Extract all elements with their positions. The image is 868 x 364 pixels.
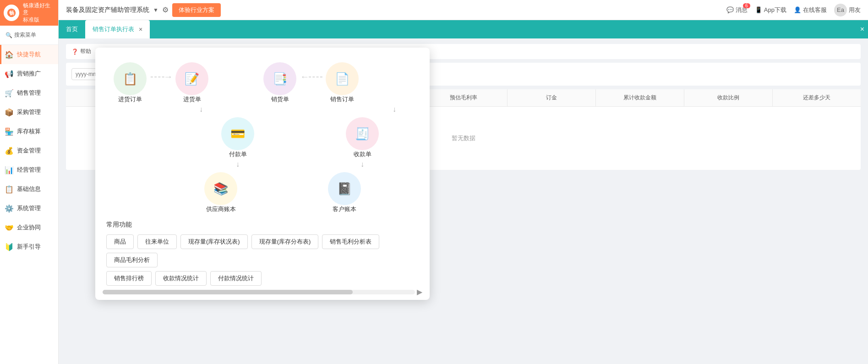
function-buttons-row1: 商品 往来单位 现存量(库存状况表) 现存量(库存分布表) 销售毛利分析表 商品… [106, 234, 419, 267]
online-service-button[interactable]: 👤 在线客服 [794, 6, 827, 14]
sales-order-node: 📄 销售订单 [326, 62, 359, 103]
marketing-icon: 📢 [5, 70, 13, 78]
sidebar-item-basic-info[interactable]: 📋 基础信息 [0, 179, 58, 199]
func-btn-stock-distribution[interactable]: 现存量(库存分布表) [251, 234, 319, 249]
sidebar-item-system[interactable]: ⚙️ 系统管理 [0, 199, 58, 218]
sidebar-nav: 🏠 快捷导航 📢 营销推广 🛒 销售管理 📦 采购管理 🏪 库存核算 💰 [0, 45, 58, 364]
system-icon: ⚙️ [5, 204, 13, 212]
enterprise-icon: 🤝 [5, 223, 13, 232]
content-area: ❓ 帮助 🖨️ 按模板打印 ▼ 📤 导出 🔄 刷新 [59, 38, 868, 364]
scrollbar-next-button[interactable]: ▶ [417, 288, 422, 296]
topbar: 装备及固定资产辅助管理系统 ▼ ⚙ 体验行业方案 💬 消息 6 📱 App下载 … [59, 0, 868, 20]
sidebar-search-section: 🔍 搜索菜单 [0, 26, 58, 45]
func-btn-payment-stats[interactable]: 付款情况统计 [210, 271, 262, 286]
svg-text:畅: 畅 [9, 10, 14, 16]
func-btn-receipt-stats[interactable]: 收款情况统计 [155, 271, 207, 286]
sidebar-item-purchase[interactable]: 📦 采购管理 [0, 103, 58, 122]
trial-button[interactable]: 体验行业方案 [172, 3, 221, 17]
purchase-bill-label: 进货单 [183, 95, 201, 103]
user-menu[interactable]: Ea 用友 [834, 4, 861, 16]
func-btn-sales-ranking[interactable]: 销售排行榜 [106, 271, 152, 286]
modal-scroll-area: 📋 进货订单 - - - -→ [95, 48, 430, 286]
function-buttons-row2: 销售排行榜 收款情况统计 付款情况统计 [106, 271, 419, 286]
sales-bill-label: 销货单 [271, 95, 289, 103]
system-dropdown-button[interactable]: ▼ [153, 7, 158, 13]
sales-bill-node: 📑 销货单 [263, 62, 296, 103]
down-arrow-payment: ↓ [221, 160, 254, 168]
sales-order-icon: 📄 [326, 62, 359, 95]
customer-ledger-label: 客户账本 [333, 205, 356, 213]
payment-bill-node: 💳 付款单 [221, 117, 254, 158]
sidebar-item-enterprise[interactable]: 🤝 企业协同 [0, 218, 58, 237]
arrow-purchase-to-bill: - - - -→ [150, 71, 172, 95]
beginner-icon: 🔰 [5, 243, 13, 251]
sales-bill-icon: 📑 [263, 62, 296, 95]
func-btn-sales-gross-profit[interactable]: 销售毛利分析表 [322, 234, 379, 249]
sidebar-item-sales[interactable]: 🛒 销售管理 [0, 83, 58, 103]
basic-info-icon: 📋 [5, 185, 13, 193]
service-icon: 👤 [794, 6, 801, 13]
receipt-bill-icon: 🧾 [346, 117, 379, 150]
main-area: 装备及固定资产辅助管理系统 ▼ ⚙ 体验行业方案 💬 消息 6 📱 App下载 … [59, 0, 868, 364]
sidebar-item-beginner[interactable]: 🔰 新手引导 [0, 237, 58, 256]
arrow-sales-order-to-bill: ←- - - - [300, 71, 322, 95]
payment-bill-icon: 💳 [221, 117, 254, 150]
inventory-icon: 🏪 [5, 127, 13, 136]
app-download-button[interactable]: 📱 App下载 [755, 6, 786, 14]
func-btn-product[interactable]: 商品 [106, 234, 134, 249]
download-icon: 📱 [755, 6, 762, 13]
topbar-right: 💬 消息 6 📱 App下载 👤 在线客服 Ea 用友 [726, 4, 861, 16]
sidebar: 畅 畅康通好生意 标准版 🔍 搜索菜单 🏠 快捷导航 📢 营销推广 � [0, 0, 59, 364]
topbar-settings-button[interactable]: ⚙ [162, 5, 169, 14]
quick-nav-icon: 🏠 [5, 50, 13, 59]
func-btn-product-gross-profit[interactable]: 商品毛利分析 [106, 253, 158, 267]
func-btn-stock-status[interactable]: 现存量(库存状况表) [180, 234, 248, 249]
down-arrow-receipt: ↓ [346, 160, 379, 168]
sales-order-label: 销售订单 [330, 95, 354, 103]
tab-sales-order-execution[interactable]: 销售订单执行表 × [85, 20, 150, 38]
message-button[interactable]: 💬 消息 6 [726, 6, 748, 14]
sidebar-item-finance[interactable]: 💰 资金管理 [0, 141, 58, 160]
sidebar-item-operations[interactable]: 📊 经营管理 [0, 160, 58, 179]
modal-scrollbar-thumb[interactable] [103, 290, 353, 294]
purchase-bill-icon: 📝 [175, 62, 208, 95]
purchase-order-label: 进货订单 [118, 95, 142, 103]
common-functions-section: 常用功能 商品 往来单位 现存量(库存状况表) 现存量(库存分布表) 销售毛利分… [106, 221, 419, 286]
receipt-bill-node: 🧾 收款单 [346, 117, 379, 158]
sales-icon: 🛒 [5, 89, 13, 97]
flow-modal: 📋 进货订单 - - - -→ [95, 48, 430, 300]
sidebar-item-quick-nav[interactable]: 🏠 快捷导航 [0, 45, 58, 64]
tab-close-button[interactable]: × [139, 26, 142, 33]
sidebar-logo: 畅 畅康通好生意 标准版 [0, 0, 58, 26]
modal-scrollbar-track[interactable] [103, 290, 415, 294]
search-menu-button[interactable]: 🔍 搜索菜单 [4, 29, 55, 41]
logo-text: 畅康通好生意 标准版 [23, 2, 55, 24]
sidebar-item-inventory[interactable]: 🏪 库存核算 [0, 122, 58, 141]
logo-icon: 畅 [4, 5, 19, 21]
avatar: Ea [834, 4, 847, 16]
finance-icon: 💰 [5, 147, 13, 155]
payment-bill-label: 付款单 [229, 150, 247, 158]
customer-ledger-node: 📓 客户账本 [328, 172, 361, 213]
operations-icon: 📊 [5, 166, 13, 174]
system-title: 装备及固定资产辅助管理系统 [66, 6, 149, 14]
purchase-order-node: 📋 进货订单 [114, 62, 147, 103]
search-icon: 🔍 [5, 32, 12, 38]
message-badge: 6 [743, 3, 750, 8]
down-arrow-purchase-bill: ↓ [185, 105, 218, 114]
message-icon: 💬 [726, 6, 734, 13]
tabs-bar: 首页 销售订单执行表 × × [59, 20, 868, 38]
common-functions-title: 常用功能 [106, 221, 419, 229]
down-arrow-sales-bill: ↓ [378, 105, 411, 114]
tab-home[interactable]: 首页 [59, 20, 85, 38]
modal-scrollbar-area: ▶ [95, 286, 430, 300]
func-btn-counterparty[interactable]: 往来单位 [137, 234, 177, 249]
flow-diagram: 📋 进货订单 - - - -→ [106, 59, 419, 213]
purchase-icon: 📦 [5, 108, 13, 116]
purchase-bill-node: 📝 进货单 [175, 62, 208, 103]
sidebar-item-marketing[interactable]: 📢 营销推广 [0, 64, 58, 83]
customer-ledger-icon: 📓 [328, 172, 361, 205]
supplier-ledger-node: 📚 供应商账本 [204, 172, 237, 213]
close-all-tabs-button[interactable]: × [860, 25, 864, 33]
modal-overlay: 📋 进货订单 - - - -→ [59, 38, 868, 364]
